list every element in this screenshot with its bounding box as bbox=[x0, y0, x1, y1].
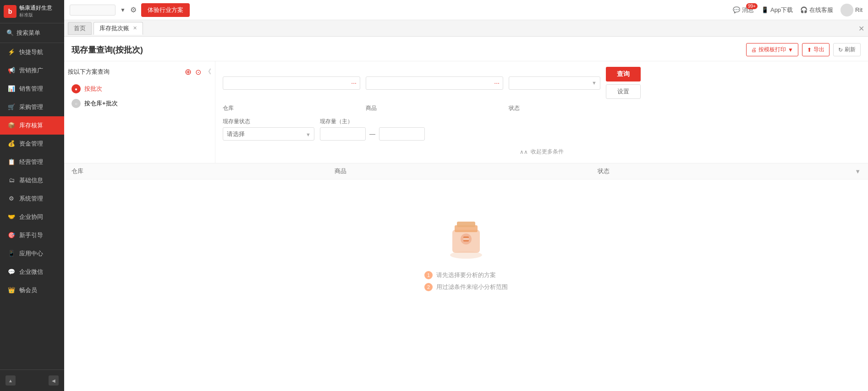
sidebar-item-finance[interactable]: 💰 资金管理 bbox=[0, 135, 64, 153]
filter-scheme-actions: ⊕ ⊙ 《 bbox=[185, 67, 211, 77]
sidebar: b 畅康通好生意 标准版 🔍 搜索菜单 ⚡ 快捷导航 📢 营销推广 bbox=[0, 0, 64, 391]
sidebar-item-operations[interactable]: 📋 经营管理 bbox=[0, 153, 64, 171]
topbar-dropdown-icon[interactable]: ▼ bbox=[120, 7, 126, 13]
refresh-label: 刷新 bbox=[845, 46, 856, 54]
sidebar-item-label: 系统管理 bbox=[19, 195, 43, 203]
app-download-button[interactable]: 📱 App下载 bbox=[761, 6, 793, 14]
print-icon: 🖨 bbox=[751, 47, 757, 53]
company-info: 畅康通好生意 标准版 bbox=[19, 5, 52, 18]
warehouse-label-row: 仓库 bbox=[223, 104, 360, 114]
filter-scheme-header: 按以下方案查询 ⊕ ⊙ 《 bbox=[68, 67, 211, 77]
sidebar-item-marketing[interactable]: 📢 营销推广 bbox=[0, 61, 64, 80]
product-input[interactable] bbox=[366, 76, 503, 90]
sidebar-footer: ▲ ◀ bbox=[0, 369, 64, 391]
app-logo: b bbox=[4, 5, 16, 18]
scroll-down-button[interactable]: ◀ bbox=[49, 375, 59, 386]
sales-icon: 📊 bbox=[7, 85, 16, 93]
sidebar-item-label: 库存核算 bbox=[19, 121, 43, 130]
sidebar-item-sales[interactable]: 📊 销售管理 bbox=[0, 80, 64, 98]
warehouse-input[interactable] bbox=[223, 76, 360, 90]
product-search-icon[interactable]: ··· bbox=[494, 79, 500, 87]
sidebar-item-quick-nav[interactable]: ⚡ 快捷导航 bbox=[0, 43, 64, 61]
finance-icon: 💰 bbox=[7, 140, 16, 148]
sidebar-item-apps[interactable]: 📱 应用中心 bbox=[0, 244, 64, 263]
sidebar-item-label: 采购管理 bbox=[19, 103, 43, 111]
tab-inventory-batch-label: 库存批次账 bbox=[99, 24, 129, 33]
message-badge: 99+ bbox=[746, 3, 758, 9]
tabs-bar: 首页 库存批次账 ✕ ✕ bbox=[64, 20, 868, 37]
system-icon: ⚙ bbox=[7, 195, 16, 203]
stock-status-select[interactable]: 请选择 bbox=[223, 127, 314, 141]
sidebar-item-purchase[interactable]: 🛒 采购管理 bbox=[0, 98, 64, 116]
message-button[interactable]: 💬 消息 99+ bbox=[733, 6, 754, 14]
scheme-collapse-icon[interactable]: 《 bbox=[205, 68, 211, 76]
stock-qty-from-input[interactable] bbox=[320, 127, 366, 141]
sidebar-item-label: 企业协同 bbox=[19, 213, 43, 221]
tab-home[interactable]: 首页 bbox=[68, 22, 92, 35]
warehouse-field: ··· bbox=[223, 76, 360, 90]
brand-search-input[interactable] bbox=[70, 5, 115, 16]
filter-area: 按以下方案查询 ⊕ ⊙ 《 ● 按批次 ○ 按仓库+批次 bbox=[64, 61, 868, 163]
filter-scheme-panel: 按以下方案查询 ⊕ ⊙ 《 ● 按批次 ○ 按仓库+批次 bbox=[64, 61, 215, 163]
topbar-settings-icon[interactable]: ⚙ bbox=[130, 5, 137, 14]
export-label: 导出 bbox=[813, 46, 824, 54]
print-dropdown-icon[interactable]: ▼ bbox=[788, 47, 793, 53]
inventory-icon: 📦 bbox=[7, 121, 16, 130]
scheme-item-by-batch[interactable]: ● 按批次 bbox=[68, 81, 211, 96]
settings-button[interactable]: 设置 bbox=[606, 84, 641, 99]
status-select[interactable] bbox=[509, 76, 600, 90]
add-scheme-icon[interactable]: ⊕ bbox=[185, 67, 192, 77]
stock-status-field: 现存量状态 请选择 ▼ bbox=[223, 118, 314, 141]
collapse-up-icon: ∧∧ bbox=[520, 149, 528, 155]
online-service-label: 在线客服 bbox=[809, 6, 833, 14]
sidebar-item-guide[interactable]: 🎯 新手引导 bbox=[0, 226, 64, 244]
page-header: 现存量查询(按批次) 🖨 按模板打印 ▼ ⬆ 导出 ↻ 刷新 bbox=[64, 37, 868, 61]
export-button[interactable]: ⬆ 导出 bbox=[802, 43, 830, 56]
tab-inventory-batch[interactable]: 库存批次账 ✕ bbox=[93, 22, 143, 35]
filter-actions: 查询 设置 bbox=[606, 67, 641, 99]
col-status-dropdown[interactable]: ▼ bbox=[855, 168, 861, 175]
sidebar-item-member[interactable]: 👑 畅会员 bbox=[0, 281, 64, 299]
filter-fields-panel: ··· ··· bbox=[215, 61, 868, 163]
empty-tips: 1 请先选择要分析的方案 2 用过滤条件来缩小分析范围 bbox=[424, 271, 508, 291]
trial-industry-button[interactable]: 体验行业方案 bbox=[141, 3, 190, 17]
product-field: ··· bbox=[366, 76, 503, 90]
sidebar-item-basic[interactable]: 🗂 基础信息 bbox=[0, 171, 64, 190]
filter-row-labels: 仓库 商品 状态 bbox=[223, 104, 861, 114]
sidebar-item-label: 企业微信 bbox=[19, 268, 43, 276]
scheme-by-warehouse-batch-label: 按仓库+批次 bbox=[84, 99, 118, 108]
filter-scheme-title: 按以下方案查询 bbox=[68, 68, 110, 76]
export-icon: ⬆ bbox=[807, 47, 812, 53]
main-area: ▼ ⚙ 体验行业方案 💬 消息 99+ 📱 App下载 🎧 在线客服 bbox=[64, 0, 868, 391]
scheme-settings-icon[interactable]: ⊙ bbox=[195, 68, 201, 76]
member-icon: 👑 bbox=[7, 286, 16, 294]
filter-collapse-label: 收起更多条件 bbox=[531, 148, 564, 156]
tab-close-all-icon[interactable]: ✕ bbox=[858, 24, 864, 33]
filter-collapse-button[interactable]: ∧∧ 收起更多条件 bbox=[223, 146, 861, 157]
topbar-right: 💬 消息 99+ 📱 App下载 🎧 在线客服 Rit bbox=[733, 4, 863, 16]
sidebar-item-system[interactable]: ⚙ 系统管理 bbox=[0, 190, 64, 208]
stock-status-label: 现存量状态 bbox=[223, 118, 314, 125]
apps-icon: 📱 bbox=[7, 250, 16, 258]
scroll-up-button[interactable]: ▲ bbox=[5, 375, 16, 386]
sidebar-item-wechat[interactable]: 💬 企业微信 bbox=[0, 263, 64, 281]
basic-icon: 🗂 bbox=[7, 176, 16, 185]
user-profile-button[interactable]: Rit bbox=[841, 4, 863, 16]
page-title: 现存量查询(按批次) bbox=[71, 44, 143, 55]
template-print-button[interactable]: 🖨 按模板打印 ▼ bbox=[746, 43, 798, 56]
sidebar-item-label: 销售管理 bbox=[19, 85, 43, 93]
tab-close-icon[interactable]: ✕ bbox=[133, 25, 137, 31]
online-service-button[interactable]: 🎧 在线客服 bbox=[800, 6, 833, 14]
query-button[interactable]: 查询 bbox=[606, 67, 641, 81]
stock-qty-to-input[interactable] bbox=[379, 127, 425, 141]
sidebar-item-enterprise[interactable]: 🤝 企业协同 bbox=[0, 208, 64, 226]
scheme-item-by-warehouse-batch[interactable]: ○ 按仓库+批次 bbox=[68, 96, 211, 111]
empty-illustration bbox=[443, 216, 489, 262]
search-menu-button[interactable]: 🔍 搜索菜单 bbox=[4, 27, 60, 39]
refresh-button[interactable]: ↻ 刷新 bbox=[833, 43, 861, 56]
filter-row-2: 现存量状态 请选择 ▼ 现存量（主） bbox=[223, 118, 861, 141]
warehouse-search-icon[interactable]: ··· bbox=[351, 79, 357, 87]
sidebar-item-inventory[interactable]: 📦 库存核算 bbox=[0, 116, 64, 135]
page-content: 现存量查询(按批次) 🖨 按模板打印 ▼ ⬆ 导出 ↻ 刷新 bbox=[64, 37, 868, 391]
tip-num-1: 1 bbox=[424, 271, 433, 279]
